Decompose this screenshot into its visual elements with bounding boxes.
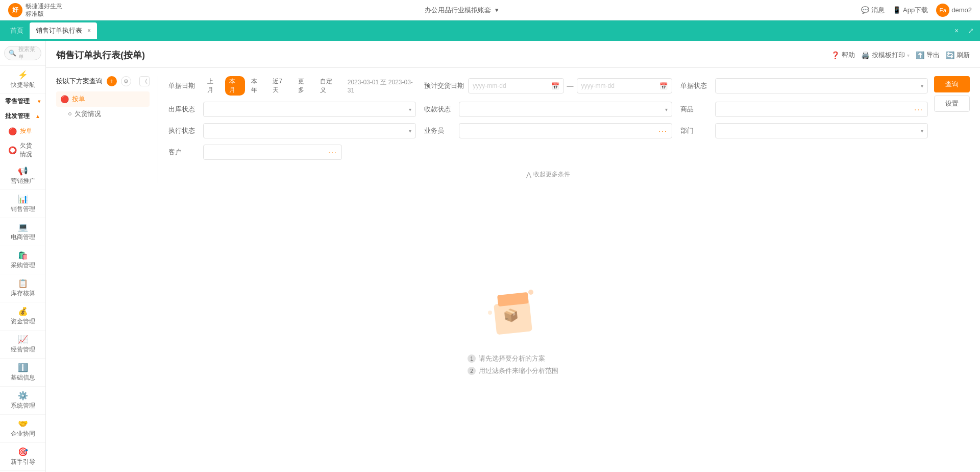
logo-area: 好 畅捷通好生意 标准版	[8, 3, 62, 17]
salesman-dots-icon: ···	[658, 127, 668, 135]
payment-status-label: 收款状态	[424, 105, 455, 114]
chevron-down-icon: ▾	[38, 99, 40, 104]
customer-label: 客户	[168, 148, 199, 157]
collapse-plan-button[interactable]: 《	[139, 76, 150, 86]
date-tab-this-year[interactable]: 本年	[247, 76, 267, 96]
top-bar-center[interactable]: 办公用品行业模拟账套 ▾	[425, 6, 499, 15]
calendar-start-icon: 📅	[551, 82, 559, 90]
top-bar-left: 好 畅捷通好生意 标准版	[8, 3, 62, 17]
date-tab-last-month[interactable]: 上月	[203, 76, 223, 96]
chevron-down-icon: ▾	[409, 107, 411, 112]
ecommerce-icon: 💻	[18, 222, 28, 232]
content-area: 销售订单执行表(按单) ❓ 帮助 🖨️ 按模板打印 ▾ ⬆️ 导出 🔄 刷新	[46, 41, 980, 472]
salesman-input[interactable]: ···	[459, 123, 672, 138]
filter-group-customer: 客户 ···	[168, 145, 342, 160]
date-tab-custom[interactable]: 自定义	[316, 76, 341, 96]
tab-sales-order[interactable]: 销售订单执行表 ×	[30, 22, 97, 39]
sidebar-item-basic[interactable]: ℹ️ 基础信息	[0, 359, 45, 387]
logo-text: 畅捷通好生意 标准版	[26, 3, 62, 17]
system-icon: ⚙️	[18, 391, 28, 400]
sidebar-item-wholesale[interactable]: 批发管理 ▲	[0, 109, 45, 124]
chevron-up-icon: ▲	[35, 113, 40, 119]
app-download-button[interactable]: 📱 App下载	[893, 6, 928, 15]
expand-window-button[interactable]: ⤢	[966, 26, 976, 36]
top-bar-right: 💬 消息 📱 App下载 Ea demo2	[861, 4, 972, 17]
exec-status-dropdown[interactable]: ▾	[203, 123, 416, 138]
doc-status-dropdown[interactable]: ▾	[715, 78, 928, 93]
collapse-more-button[interactable]: ⋀ 收起更多条件	[168, 166, 928, 183]
sidebar-item-marketing[interactable]: 📢 营销推广	[0, 162, 45, 190]
empty-hint-list: 1 请先选择要分析的方案 2 用过滤条件来缩小分析范围	[468, 354, 558, 379]
help-icon: ❓	[831, 51, 840, 59]
tab-home[interactable]: 首页	[4, 22, 30, 39]
sidebar-item-operation[interactable]: 📈 经营管理	[0, 331, 45, 359]
sidebar-item-system[interactable]: ⚙️ 系统管理	[0, 387, 45, 415]
empty-hint-2: 2 用过滤条件来缩小分析范围	[468, 366, 558, 375]
plan-sub-item-debt[interactable]: 欠货情况	[56, 107, 150, 121]
refresh-button[interactable]: 🔄 刷新	[946, 51, 970, 60]
customer-input[interactable]: ···	[203, 145, 342, 160]
exec-status-label: 执行状态	[168, 126, 199, 135]
main-layout: 🔍 搜索菜单 ⚡ 快捷导航 零售管理 ▾ 批发管理 ▲ 🔴 按单 ⭕ 欠货情况 …	[0, 41, 980, 472]
sidebar-item-retail[interactable]: 零售管理 ▾	[0, 94, 45, 109]
sidebar-item-finance[interactable]: 💰 资金管理	[0, 302, 45, 331]
expected-date-end-input[interactable]: yyyy-mm-dd 📅	[577, 78, 672, 93]
user-name: demo2	[951, 6, 972, 14]
date-tab-more[interactable]: 更多	[294, 76, 314, 96]
filter-plan-header: 按以下方案查询 + ⚙ 《	[56, 76, 150, 86]
date-range-text: 2023-03-01 至 2023-03-31	[348, 78, 416, 94]
sidebar-item-sales[interactable]: 📊 销售管理	[0, 190, 45, 218]
customer-dots-icon: ···	[328, 148, 337, 156]
sidebar-item-enterprise[interactable]: 🤝 企业协同	[0, 415, 45, 443]
user-menu-button[interactable]: Ea demo2	[936, 4, 972, 17]
delivery-status-dropdown[interactable]: ▾	[203, 102, 416, 117]
help-button[interactable]: ❓ 帮助	[831, 51, 855, 60]
date-tab-7days[interactable]: 近7天	[268, 76, 291, 96]
delivery-status-label: 出库状态	[168, 105, 199, 114]
export-button[interactable]: ⬆️ 导出	[916, 51, 940, 60]
payment-status-dropdown[interactable]: ▾	[459, 102, 672, 117]
sidebar-search-area: 🔍 搜索菜单	[0, 41, 45, 66]
sidebar-item-quick-nav[interactable]: ⚡ 快捷导航	[0, 66, 45, 94]
svg-text:📦: 📦	[503, 307, 520, 323]
tab-bar: 首页 销售订单执行表 × × ⤢	[0, 20, 980, 41]
chevron-down-icon: ▾	[921, 83, 923, 89]
message-button[interactable]: 💬 消息	[861, 6, 885, 15]
expected-date-inputs: yyyy-mm-dd 📅 — yyyy-mm-dd 📅	[468, 78, 672, 93]
plan-item-order[interactable]: 🔴 按单	[56, 91, 150, 107]
add-plan-button[interactable]: +	[107, 76, 117, 86]
sidebar-item-purchase[interactable]: 🛍️ 采购管理	[0, 246, 45, 274]
chevron-down-icon[interactable]: ▾	[495, 6, 499, 14]
tab-close-icon[interactable]: ×	[87, 27, 91, 34]
sidebar-sub-item-order[interactable]: 🔴 按单	[0, 124, 45, 138]
expected-date-start-input[interactable]: yyyy-mm-dd 📅	[468, 78, 564, 93]
chevron-down-icon: ▾	[921, 128, 923, 134]
filter-settings-button[interactable]: 设置	[934, 96, 970, 112]
close-window-button[interactable]: ×	[951, 26, 962, 36]
order-icon: 🔴	[8, 127, 17, 135]
date-tab-this-month[interactable]: 本月	[225, 76, 245, 96]
plan-dot-icon	[68, 112, 71, 115]
print-button[interactable]: 🖨️ 按模板打印 ▾	[861, 51, 910, 60]
filter-row-4: 客户 ···	[168, 145, 928, 160]
search-button[interactable]: 查询	[934, 76, 970, 92]
sidebar-sub-item-debt[interactable]: ⭕ 欠货情况	[0, 138, 45, 162]
goods-label: 商品	[680, 105, 711, 114]
department-dropdown[interactable]: ▾	[715, 123, 928, 138]
plan-settings-button[interactable]: ⚙	[121, 76, 131, 86]
calendar-end-icon: 📅	[659, 82, 668, 90]
content-body: 📦 1 请先选择要分析的方案 2 用过滤条件来缩小分析范围	[46, 191, 980, 472]
sidebar: 🔍 搜索菜单 ⚡ 快捷导航 零售管理 ▾ 批发管理 ▲ 🔴 按单 ⭕ 欠货情况 …	[0, 41, 46, 472]
debt-icon: ⭕	[8, 146, 17, 154]
date-label: 单据日期	[168, 81, 199, 90]
chevron-down-icon: ▾	[665, 107, 668, 112]
quick-nav-icon: ⚡	[18, 70, 28, 80]
filter-row-1: 单据日期 上月 本月 本年 近7天 更多 自定义 2023-03-01 至 20…	[168, 76, 928, 96]
sidebar-item-onboarding[interactable]: 🎯 新手引导	[0, 443, 45, 471]
search-input[interactable]: 🔍 搜索菜单	[4, 46, 41, 60]
sidebar-item-inventory[interactable]: 📋 库存核算	[0, 274, 45, 302]
goods-input[interactable]: ···	[715, 102, 928, 117]
filter-group-salesman: 业务员 ···	[424, 123, 672, 138]
filter-panel: 按以下方案查询 + ⚙ 《 🔴 按单 欠货情况	[46, 68, 980, 191]
sidebar-item-ecommerce[interactable]: 💻 电商管理	[0, 218, 45, 246]
